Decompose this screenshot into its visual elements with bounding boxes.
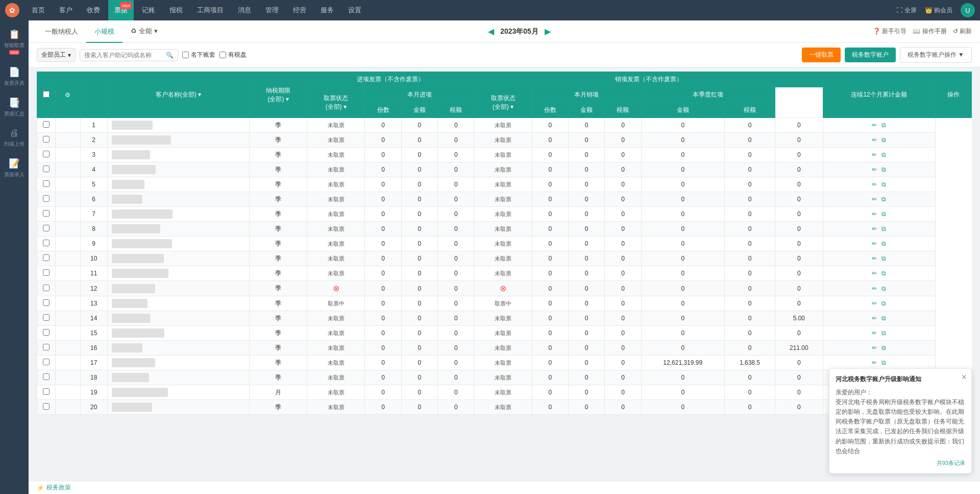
copy-icon[interactable]: ⧉ (881, 344, 886, 351)
tab-small-scale[interactable]: 小规模 (86, 20, 122, 43)
edit-icon[interactable]: ✏ (872, 344, 877, 351)
edit-icon[interactable]: ✏ (872, 270, 877, 277)
tab-all[interactable]: ♻ 全能 ▾ (122, 20, 166, 43)
sidebar-item-invoice-summary[interactable]: 📑 票据汇总 (0, 93, 29, 122)
copy-icon[interactable]: ⧉ (881, 255, 886, 262)
sidebar-item-invoice-entry[interactable]: 📝 票据录入 (0, 154, 29, 182)
cell-checkbox[interactable] (37, 251, 56, 266)
copy-icon[interactable]: ⧉ (881, 315, 886, 322)
tab-general-taxpayer[interactable]: 一般纳税人 (37, 20, 86, 43)
copy-icon[interactable]: ⧉ (881, 122, 886, 129)
cell-out-shares: 0 (532, 133, 568, 148)
nav-manage[interactable]: 管理 (259, 0, 285, 20)
cell-checkbox[interactable] (37, 118, 56, 133)
nav-service[interactable]: 服务 (314, 0, 340, 20)
edit-icon[interactable]: ✏ (872, 166, 877, 173)
edit-icon[interactable]: ✏ (872, 300, 877, 307)
th-in-fetch-status[interactable]: 取票状态(全部) ▾ (307, 87, 365, 118)
cell-checkbox[interactable] (37, 281, 56, 296)
checkbox-named-input[interactable] (182, 52, 189, 58)
nav-message[interactable]: 消息 (232, 0, 257, 20)
cell-checkbox[interactable] (37, 266, 56, 281)
tax-policy-label[interactable]: 税务政策 (46, 483, 71, 492)
nav-business[interactable]: 工商项目 (191, 0, 230, 20)
operation-manual[interactable]: 📖 操作手册 (913, 27, 946, 36)
cell-checkbox[interactable] (37, 192, 56, 207)
checkbox-named-accounts[interactable]: 名下账套 (182, 51, 215, 59)
copy-icon[interactable]: ⧉ (881, 359, 886, 366)
th-client-name[interactable]: 客户名称(全部) ▾ (107, 72, 250, 118)
checkbox-taxdisk-input[interactable] (219, 52, 226, 58)
tax-digital-op-btn[interactable]: 税务数字账户操作 ▼ (900, 47, 972, 63)
edit-icon[interactable]: ✏ (872, 255, 877, 262)
sidebar-item-get-invoice[interactable]: 📋 智能取票new (0, 25, 29, 60)
cell-checkbox[interactable] (37, 370, 56, 385)
sidebar-item-open-invoice[interactable]: 📄 发票开具 (0, 62, 29, 91)
edit-icon[interactable]: ✏ (872, 240, 877, 247)
edit-icon[interactable]: ✏ (872, 196, 877, 203)
prev-month-btn[interactable]: ◀ (488, 27, 494, 36)
edit-icon[interactable]: ✏ (872, 181, 877, 188)
copy-icon[interactable]: ⧉ (881, 225, 886, 232)
employee-filter[interactable]: 全部员工 ▾ (37, 48, 76, 62)
edit-icon[interactable]: ✏ (872, 210, 877, 218)
vip-action[interactable]: 👑 购会员 (925, 6, 952, 15)
new-user-guide[interactable]: ❓ 新手引导 (873, 27, 906, 36)
cell-checkbox[interactable] (37, 148, 56, 162)
edit-icon[interactable]: ✏ (872, 136, 877, 144)
cell-checkbox[interactable] (37, 133, 56, 148)
nav-tax[interactable]: 报税 (163, 0, 189, 20)
cell-checkbox[interactable] (37, 311, 56, 326)
nav-bookkeeping[interactable]: 记账 (136, 0, 161, 20)
copy-icon[interactable]: ⧉ (881, 270, 886, 277)
edit-icon[interactable]: ✏ (872, 285, 877, 292)
edit-icon[interactable]: ✏ (872, 225, 877, 232)
copy-icon[interactable]: ⧉ (881, 151, 886, 158)
cell-checkbox[interactable] (37, 207, 56, 222)
cell-checkbox[interactable] (37, 296, 56, 311)
cell-checkbox[interactable] (37, 356, 56, 370)
th-out-fetch-status[interactable]: 取票状态(全部) ▾ (474, 87, 532, 118)
copy-icon[interactable]: ⧉ (881, 210, 886, 218)
edit-icon[interactable]: ✏ (872, 330, 877, 337)
select-all-checkbox[interactable] (43, 91, 50, 98)
search-box[interactable]: 🔍 (80, 49, 178, 61)
refresh-btn[interactable]: ↺ 刷新 (953, 27, 972, 36)
popup-close-btn[interactable]: ✕ (961, 373, 967, 381)
copy-icon[interactable]: ⧉ (881, 285, 886, 292)
sidebar-item-scan-upload[interactable]: 🖨 扫描上传 (0, 124, 29, 152)
cell-checkbox[interactable] (37, 162, 56, 177)
copy-icon[interactable]: ⧉ (881, 196, 886, 203)
tax-digital-btn[interactable]: 税务数字账户 (845, 48, 896, 62)
cell-checkbox[interactable] (37, 326, 56, 341)
th-tax-period[interactable]: 纳税期限(全部) ▾ (250, 72, 307, 118)
nav-home[interactable]: 首页 (26, 0, 51, 20)
copy-icon[interactable]: ⧉ (881, 240, 886, 247)
edit-icon[interactable]: ✏ (872, 315, 877, 322)
copy-icon[interactable]: ⧉ (881, 300, 886, 307)
cell-checkbox[interactable] (37, 400, 56, 415)
nav-client[interactable]: 客户 (53, 0, 79, 20)
cell-checkbox[interactable] (37, 385, 56, 400)
edit-icon[interactable]: ✏ (872, 151, 877, 158)
fullscreen-action[interactable]: ⛶ 全屏 (896, 6, 916, 15)
user-avatar[interactable]: U (961, 3, 975, 17)
search-input[interactable] (84, 52, 166, 59)
cell-checkbox[interactable] (37, 222, 56, 237)
edit-icon[interactable]: ✏ (872, 122, 877, 129)
copy-icon[interactable]: ⧉ (881, 166, 886, 173)
one-click-btn[interactable]: 一键取票 (802, 48, 841, 62)
copy-icon[interactable]: ⧉ (881, 330, 886, 337)
nav-invoice[interactable]: 票据 new (108, 0, 134, 20)
nav-settings[interactable]: 设置 (342, 0, 368, 20)
cell-checkbox[interactable] (37, 177, 56, 192)
cell-checkbox[interactable] (37, 341, 56, 356)
next-month-btn[interactable]: ▶ (545, 27, 551, 36)
copy-icon[interactable]: ⧉ (881, 136, 886, 144)
nav-fee[interactable]: 收费 (81, 0, 106, 20)
copy-icon[interactable]: ⧉ (881, 181, 886, 188)
nav-operation[interactable]: 经营 (287, 0, 312, 20)
edit-icon[interactable]: ✏ (872, 359, 877, 366)
checkbox-tax-disk[interactable]: 有税盘 (219, 51, 247, 59)
cell-checkbox[interactable] (37, 237, 56, 251)
